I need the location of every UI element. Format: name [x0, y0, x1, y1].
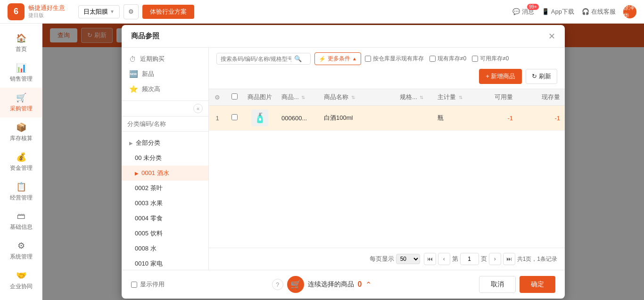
row-checkbox-cell[interactable] — [226, 106, 243, 131]
purchase-icon: 🛒 — [16, 92, 26, 103]
sidebar-item-inventory[interactable]: 📦 库存核算 — [0, 117, 42, 147]
checkbox-show-stock[interactable]: 按仓库显示现有库存 — [365, 55, 424, 63]
cancel-button[interactable]: 取消 — [479, 276, 516, 293]
cat-item-all[interactable]: ▶ 全部分类 — [122, 135, 208, 150]
more-filter-button[interactable]: ⚡ 更多条件 ▲ — [314, 52, 361, 65]
footer-right: 取消 确定 — [479, 276, 555, 293]
selected-text: 连续选择的商品 — [308, 280, 354, 289]
page-number-input[interactable] — [460, 253, 479, 265]
logo-area: 6 畅捷通好生意 捷目版 — [8, 3, 69, 20]
checkbox-nonzero-stock-label: 现有库存≠0 — [438, 55, 466, 63]
toolbar-right: + 新增商品 ↻ 刷新 — [479, 69, 557, 84]
quick-label-frequent: 频次高 — [142, 85, 160, 93]
cat-item-0003[interactable]: 0003 水果 — [122, 196, 208, 211]
modal-header: 商品参照 ✕ — [122, 25, 565, 48]
col-name-header[interactable]: 商品名称 ⇅ — [319, 89, 395, 106]
checkbox-nonzero-stock-input[interactable] — [429, 56, 436, 62]
modal-close-button[interactable]: ✕ — [548, 32, 555, 41]
table-row[interactable]: 1 🧴 00 — [209, 106, 565, 131]
checkbox-show-stock-input[interactable] — [365, 56, 371, 62]
user-avatar[interactable]: 徐泽华 — [623, 5, 636, 18]
store-name: 日太阳膜 — [83, 8, 108, 16]
quick-recent-purchase[interactable]: ⏱ 近期购买 — [122, 51, 208, 67]
quick-label-new: 新品 — [142, 70, 154, 78]
sidebar-item-home[interactable]: 🏠 首页 — [0, 28, 42, 58]
quick-frequent[interactable]: ⭐ 频次高 — [122, 82, 208, 97]
sidebar-item-guide[interactable]: 📖 新手引导 — [0, 295, 42, 300]
sidebar: 🏠 首页 📊 销售管理 🛒 采购管理 📦 库存核算 💰 资金管理 📋 经营管理 … — [0, 24, 42, 300]
confirm-button[interactable]: 确定 — [520, 276, 555, 293]
sidebar-item-finance[interactable]: 💰 资金管理 — [0, 147, 42, 177]
experience-button[interactable]: 体验行业方案 — [142, 5, 194, 19]
checkbox-show-stock-label: 按仓库显示现有库存 — [373, 55, 424, 63]
sidebar-label-home: 首页 — [16, 45, 27, 53]
product-image-cell: 🧴 — [243, 106, 277, 131]
footer-center: ? 🛒 连续选择的商品 0 ⌃ — [170, 276, 473, 293]
col-unit-header[interactable]: 主计量 ⇅ — [433, 89, 471, 106]
cart-button[interactable]: 🛒 — [287, 276, 304, 293]
add-product-button[interactable]: + 新增商品 — [479, 69, 522, 84]
sidebar-item-basic[interactable]: 🗃 基础信息 — [0, 207, 42, 236]
footer-left: 显示停用 — [131, 280, 165, 289]
col-spec-header[interactable]: 规格... ⇅ — [395, 89, 433, 106]
checkbox-nonzero-available-input[interactable] — [472, 56, 478, 62]
cat-item-0005[interactable]: 0005 饮料 — [122, 226, 208, 241]
refresh-button[interactable]: ↻ 刷新 — [526, 69, 557, 84]
message-badge: 99 — [527, 4, 539, 10]
sidebar-item-sales[interactable]: 📊 销售管理 — [0, 58, 42, 88]
checkbox-nonzero-available[interactable]: 可用库存≠0 — [472, 55, 509, 63]
col-settings[interactable]: ⚙ — [209, 89, 226, 106]
show-disabled-input[interactable] — [131, 282, 137, 288]
sidebar-item-purchase[interactable]: 🛒 采购管理 — [0, 88, 42, 117]
online-service-button[interactable]: 🎧 在线客服 — [582, 8, 616, 16]
collapse-footer-button[interactable]: ⌃ — [365, 280, 372, 289]
sidebar-label-system: 系统管理 — [10, 253, 33, 261]
filter-arrow-icon: ▲ — [352, 56, 357, 61]
product-available-cell: -1 — [471, 106, 518, 131]
cat-item-0010[interactable]: 0010 家电 — [122, 256, 208, 270]
quick-new-products[interactable]: 🆕 新品 — [122, 67, 208, 82]
app-label: App下载 — [551, 8, 574, 16]
next-page-button[interactable]: › — [489, 253, 501, 265]
sidebar-item-system[interactable]: ⚙ 系统管理 — [0, 236, 42, 266]
page-navigation: ⏮ ‹ 第 页 › ⏭ 共1页，1条记录 — [424, 253, 557, 265]
cat-item-0001[interactable]: ▶ 0001 酒水 — [122, 166, 208, 181]
inventory-icon: 📦 — [16, 122, 26, 133]
col-stock-header: 现存量 — [518, 89, 565, 106]
per-page-select[interactable]: 50 100 200 — [396, 254, 420, 264]
sort-icon-unit: ⇅ — [459, 95, 462, 100]
per-page-selector: 每页显示 50 100 200 — [370, 254, 420, 264]
cat-item-0004[interactable]: 0004 零食 — [122, 211, 208, 226]
store-selector[interactable]: 日太阳膜 ▼ — [78, 5, 120, 18]
help-button[interactable]: ? — [272, 279, 283, 290]
select-all-checkbox[interactable] — [231, 93, 238, 100]
settings-button[interactable]: ⚙ — [124, 4, 139, 19]
collapse-button[interactable]: « — [193, 104, 203, 113]
cat-item-0002[interactable]: 0002 茶叶 — [122, 181, 208, 196]
main-layout: 🏠 首页 📊 销售管理 🛒 采购管理 📦 库存核算 💰 资金管理 📋 经营管理 … — [0, 24, 644, 300]
cat-arrow-all: ▶ — [129, 141, 133, 146]
product-thumbnail: 🧴 — [251, 109, 268, 126]
col-code-header[interactable]: 商品... ⇅ — [277, 89, 319, 106]
prev-page-button[interactable]: ‹ — [438, 253, 450, 265]
cat-item-0008[interactable]: 0008 水 — [122, 241, 208, 256]
search-icon[interactable]: 🔍 — [294, 55, 302, 62]
product-search-input[interactable] — [221, 56, 291, 62]
app-download-button[interactable]: 📱 App下载 — [542, 8, 574, 16]
category-search-input[interactable] — [127, 120, 206, 127]
filter-icon: ⚡ — [319, 56, 326, 62]
messages-button[interactable]: 💬 消息 99 — [512, 8, 534, 16]
row-checkbox[interactable] — [231, 114, 238, 120]
last-page-button[interactable]: ⏭ — [503, 253, 515, 265]
show-disabled-checkbox[interactable]: 显示停用 — [131, 280, 165, 289]
operation-icon: 📋 — [16, 182, 26, 192]
modal-overlay: 商品参照 ✕ ⏱ 近期购买 🆕 — [42, 24, 644, 300]
first-page-button[interactable]: ⏮ — [424, 253, 436, 265]
product-table-wrapper: ⚙ 商品图片 商品... ⇅ — [209, 89, 565, 248]
checkbox-nonzero-stock[interactable]: 现有库存≠0 — [429, 55, 466, 63]
sidebar-item-enterprise[interactable]: 🤝 企业协同 — [0, 266, 42, 295]
sidebar-item-operation[interactable]: 📋 经营管理 — [0, 177, 42, 207]
cat-item-00[interactable]: 00 未分类 — [122, 150, 208, 166]
sidebar-label-finance: 资金管理 — [10, 164, 33, 172]
quick-label-recent: 近期购买 — [140, 55, 165, 63]
